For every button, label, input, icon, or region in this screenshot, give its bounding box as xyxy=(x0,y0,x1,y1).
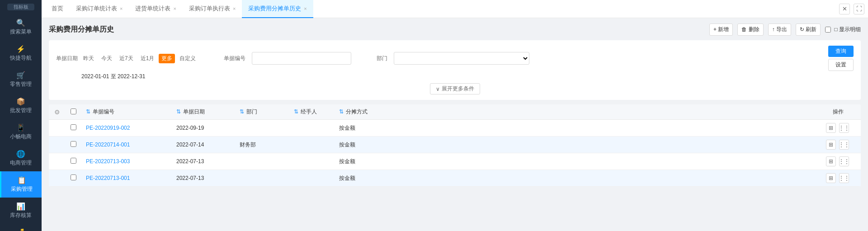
row-handler xyxy=(289,153,335,170)
date-7days-btn[interactable]: 近7天 xyxy=(117,54,136,63)
sidebar-item-label: 搜索菜单 xyxy=(10,28,32,36)
no-input[interactable] xyxy=(252,52,351,65)
dept-select[interactable] xyxy=(394,52,529,65)
show-columns-checkbox[interactable] xyxy=(825,27,831,33)
th-handler[interactable]: ⇅ 经手人 xyxy=(289,104,335,120)
row-date: 2022-07-13 xyxy=(172,170,235,187)
show-columns-toggle[interactable]: □ 显示明细 xyxy=(825,26,861,33)
row-no: PE-20220713-001 xyxy=(81,170,172,187)
filter-row: 单据日期 昨天 今天 近7天 近1月 更多 自定义 单据编号 部门 xyxy=(56,46,854,71)
row-checkbox[interactable] xyxy=(71,158,76,164)
th-dept[interactable]: ⇅ 部门 xyxy=(235,104,289,120)
tab-close-btn[interactable]: × xyxy=(173,6,176,11)
row-view-btn[interactable]: ⊞ xyxy=(826,123,836,133)
tab-label: 进货单统计表 xyxy=(135,5,170,13)
expand-more-button[interactable]: ∨ 展开更多条件 xyxy=(430,83,480,94)
row-check xyxy=(65,170,81,187)
table-header-row: ⚙ ⇅ 单据编号 ⇅ 单据日期 xyxy=(49,104,861,120)
sidebar-item-ecommerce[interactable]: 🌐电商管理 xyxy=(0,145,42,171)
row-dept xyxy=(235,153,289,170)
tab-purchase-fee[interactable]: 采购费用分摊单历史 × xyxy=(242,0,313,18)
sort-icon: ⇅ xyxy=(294,108,298,115)
date-more-btn[interactable]: 更多 xyxy=(159,54,175,63)
row-op: ⊞ ⋮⋮ xyxy=(816,120,861,137)
row-handler xyxy=(289,120,335,137)
search-icon: 🔍 xyxy=(16,19,25,27)
sort-icon: ⇅ xyxy=(176,108,181,115)
no-label: 单据编号 xyxy=(224,55,245,62)
row-view-btn[interactable]: ⊞ xyxy=(826,156,836,166)
row-checkbox[interactable] xyxy=(71,174,76,180)
row-op: ⊞ ⋮⋮ xyxy=(816,170,861,187)
page-header: 采购费用分摊单历史 + 新增 🗑 删除 ↑ 导出 ↻ 刷新 □ 显示明细 xyxy=(49,24,861,36)
row-more-btn[interactable]: ⋮⋮ xyxy=(839,173,849,183)
row-checkbox[interactable] xyxy=(71,141,76,147)
row-check xyxy=(65,137,81,153)
row-no-link[interactable]: PE-20220919-002 xyxy=(86,125,130,131)
select-all-checkbox[interactable] xyxy=(71,108,76,114)
th-no[interactable]: ⇅ 单据编号 xyxy=(81,104,172,120)
tab-home[interactable]: 首页 xyxy=(45,0,70,18)
th-handler-label: 经手人 xyxy=(301,108,317,115)
row-check xyxy=(65,120,81,137)
tab-purchase-exec[interactable]: 采购订单执行表 × xyxy=(183,0,242,18)
date-1month-btn[interactable]: 近1月 xyxy=(138,54,157,63)
sidebar-item-finance[interactable]: 💰资金管理 xyxy=(0,224,42,231)
sidebar-item-wholesale[interactable]: 📦批发管理 xyxy=(0,93,42,119)
sidebar-item-purchase[interactable]: 📋采购管理 xyxy=(0,171,42,198)
date-filter: 单据日期 昨天 今天 近7天 近1月 更多 自定义 xyxy=(56,54,198,63)
tab-purchase-stat[interactable]: 采购订单统计表 × xyxy=(70,0,129,18)
sidebar-item-inventory[interactable]: 📊库存核算 xyxy=(0,198,42,224)
tab-goods-stat[interactable]: 进货单统计表 × xyxy=(129,0,182,18)
row-no-link[interactable]: PE-20220713-003 xyxy=(86,158,130,165)
sidebar-item-label: 批发管理 xyxy=(10,107,32,114)
th-method[interactable]: ⇅ 分摊方式 xyxy=(335,104,816,120)
gear-icon[interactable]: ⚙ xyxy=(53,108,61,116)
row-op: ⊞ ⋮⋮ xyxy=(816,153,861,170)
tab-close-btn[interactable]: × xyxy=(233,6,236,11)
delete-button[interactable]: 🗑 删除 xyxy=(737,24,763,36)
filter-settings-button[interactable]: 设置 xyxy=(828,59,854,71)
row-method: 按金额 xyxy=(335,137,816,153)
th-date[interactable]: ⇅ 单据日期 xyxy=(172,104,235,120)
table-body: PE-20220919-002 2022-09-19 按金额 ⊞ ⋮⋮ PE-2… xyxy=(49,120,861,187)
header-actions: + 新增 🗑 删除 ↑ 导出 ↻ 刷新 □ 显示明细 xyxy=(709,24,861,36)
expand-window-button[interactable]: ⛶ xyxy=(854,4,864,14)
close-window-button[interactable]: ✕ xyxy=(839,4,850,14)
date-today-btn[interactable]: 今天 xyxy=(99,54,115,63)
tab-close-btn[interactable]: × xyxy=(304,6,307,11)
export-button[interactable]: ↑ 导出 xyxy=(768,24,791,36)
row-no-link[interactable]: PE-20220713-001 xyxy=(86,175,130,181)
data-table: ⚙ ⇅ 单据编号 ⇅ 单据日期 xyxy=(49,104,861,187)
purchase-icon: 📋 xyxy=(17,176,26,184)
search-button[interactable]: 查询 xyxy=(828,46,854,57)
sidebar-item-shortcut[interactable]: ⚡快捷导航 xyxy=(0,40,42,66)
row-view-btn[interactable]: ⊞ xyxy=(826,140,836,150)
row-no: PE-20220713-003 xyxy=(81,153,172,170)
row-view-btn[interactable]: ⊞ xyxy=(826,173,836,183)
sidebar-item-mini[interactable]: 📱小畅电商 xyxy=(0,119,42,145)
row-more-btn[interactable]: ⋮⋮ xyxy=(839,156,849,166)
add-button[interactable]: + 新增 xyxy=(709,24,733,36)
sort-icon: ⇅ xyxy=(86,108,90,115)
row-date: 2022-07-14 xyxy=(172,137,235,153)
refresh-button[interactable]: ↻ 刷新 xyxy=(796,24,821,36)
date-range-display: 2022-01-01 至 2022-12-31 xyxy=(81,73,854,80)
date-custom-btn[interactable]: 自定义 xyxy=(177,54,198,63)
row-gear xyxy=(49,137,65,153)
row-checkbox[interactable] xyxy=(71,124,76,130)
sort-icon: ⇅ xyxy=(339,108,344,115)
sidebar-item-label: 电商管理 xyxy=(10,159,32,167)
table-row: PE-20220713-001 2022-07-13 按金额 ⊞ ⋮⋮ xyxy=(49,170,861,187)
th-op: 操作 xyxy=(816,104,861,120)
row-no-link[interactable]: PE-20220714-001 xyxy=(86,141,130,148)
dept-label: 部门 xyxy=(377,55,387,62)
row-dept xyxy=(235,120,289,137)
row-more-btn[interactable]: ⋮⋮ xyxy=(839,123,849,133)
date-yesterday-btn[interactable]: 昨天 xyxy=(80,54,97,63)
row-method: 按金额 xyxy=(335,170,816,187)
sidebar-item-search[interactable]: 🔍搜索菜单 xyxy=(0,14,42,40)
tab-close-btn[interactable]: × xyxy=(120,6,123,11)
row-more-btn[interactable]: ⋮⋮ xyxy=(839,140,849,150)
sidebar-item-retail[interactable]: 🛒零售管理 xyxy=(0,66,42,93)
